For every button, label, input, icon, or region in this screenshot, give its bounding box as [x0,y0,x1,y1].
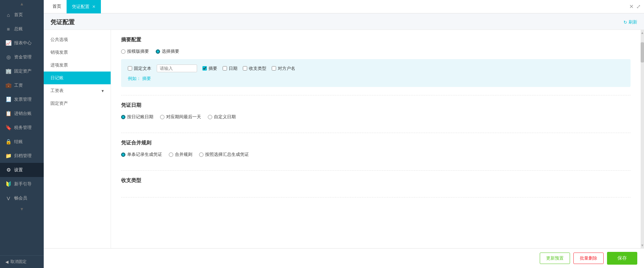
chevron-down-icon: ▾ [102,88,104,93]
sidebar-item-label: 工资 [14,82,23,88]
voucher-date-radio-group: 按日记账日期 对应期间最后一天 自定义日期 [121,114,631,120]
left-nav-sales-invoice[interactable]: 销项发票 [44,46,111,59]
sidebar-item-label: 固定资产 [14,68,32,74]
sidebar-scroll-down[interactable]: ▼ [0,205,44,213]
left-nav-purchase-invoice[interactable]: 进项发票 [44,59,111,72]
tab-close-icon[interactable]: ✕ [92,4,96,9]
checkbox-date[interactable]: 日期 [223,65,237,72]
batch-delete-button[interactable]: 批量删除 [573,253,604,264]
salary-icon: 💼 [5,82,11,88]
voucher-date-title: 凭证日期 [121,102,631,108]
left-nav-payroll[interactable]: 工资表 ▾ [44,84,111,97]
refresh-label: 刷新 [629,19,637,25]
sidebar-item-label: 归档管理 [14,153,32,159]
radio-single-record[interactable]: 单条记录生成凭证 [121,151,162,158]
content-layout: 公共选项 销项发票 进项发票 日记账 工资表 ▾ 固定资产 [44,30,644,248]
radio-custom-date[interactable]: 自定义日期 [208,114,236,120]
sidebar-item-ledger[interactable]: ≡ 总账 [0,22,44,36]
sidebar-item-invoice-mgmt[interactable]: 🧾 发票管理 [0,92,44,106]
sidebar-item-label: 税务管理 [14,125,32,131]
cancel-fixed-button[interactable]: ◀ 取消固定 [0,255,44,268]
radio-template-summary[interactable]: 按模版摘要 [121,48,149,54]
sidebar-scroll-up[interactable]: ▲ [0,0,44,8]
sidebar-item-assets[interactable]: 🏢 固定资产 [0,64,44,78]
summary-radio-group: 按模版摘要 选择摘要 [121,48,631,54]
radio-by-journal-date[interactable]: 按日记账日期 [121,114,153,120]
archive-icon: 📁 [5,153,11,159]
bottom-bar: 更新预置 批量删除 保存 [44,248,644,268]
sidebar-item-label: 结账 [14,139,23,145]
sidebar-item-label: 发票管理 [14,96,32,102]
sidebar-item-member[interactable]: V 畅会员 [0,191,44,205]
purchase-sales-icon: 📋 [5,110,11,117]
reports-icon: 📈 [5,40,11,46]
home-icon: ⌂ [5,12,11,18]
sidebar-item-reports[interactable]: 📈 报表中心 [0,36,44,50]
fixed-text-input[interactable] [157,64,197,72]
funds-icon: ◎ [5,54,11,60]
summary-config-title: 摘要配置 [121,37,631,43]
summary-config-box: 固定文本 摘要 日期 [121,59,631,87]
right-content: 摘要配置 按模版摘要 选择摘要 [111,30,641,248]
left-nav: 公共选项 销项发票 进项发票 日记账 工资表 ▾ 固定资产 [44,30,111,248]
sidebar-item-tax[interactable]: 🔖 税务管理 [0,121,44,135]
checkbox-row: 固定文本 摘要 日期 [128,64,624,72]
voucher-merge-radio-group: 单条记录生成凭证 合并规则 按照选择汇总生成凭证 [121,151,631,158]
main-area: 首页 凭证配置 ✕ ✕ ⤢ 凭证配置 ↻ 刷新 公共选项 [44,0,644,268]
tab-home[interactable]: 首页 [47,0,67,13]
scroll-thumb[interactable] [641,42,644,62]
example-text: 例如： 摘要 [128,76,624,82]
sidebar-item-label: 畅会员 [14,195,27,201]
sidebar-item-label: 进销台账 [14,110,32,117]
income-expense-title: 收支类型 [121,177,631,184]
closing-icon: 🔒 [5,139,11,145]
cancel-fixed-label: 取消固定 [10,259,27,265]
guide-icon: 🔰 [5,181,11,187]
sidebar-item-funds[interactable]: ◎ 资金管理 [0,50,44,64]
tab-bar-actions: ✕ ⤢ [629,3,641,10]
scrollbar-rail[interactable]: ▲ ▼ [641,30,644,248]
page-title: 凭证配置 [50,18,75,26]
sidebar-item-label: 报表中心 [14,40,32,46]
income-expense-section: 收支类型 [121,177,631,197]
sidebar-item-purchase-sales[interactable]: 📋 进销台账 [0,106,44,121]
sidebar: ▲ ⌂ 首页 ≡ 总账 📈 报表中心 ◎ 资金管理 🏢 固定资产 💼 工资 🧾 … [0,0,44,268]
tab-voucher-config[interactable]: 凭证配置 ✕ [67,0,101,13]
sidebar-item-home[interactable]: ⌂ 首页 [0,8,44,22]
save-button[interactable]: 保存 [607,252,637,265]
sidebar-item-label: 首页 [14,12,23,18]
voucher-merge-section: 凭证合并规则 单条记录生成凭证 合并规则 按照选择汇总生成凭证 [121,140,631,171]
sidebar-item-label: 资金管理 [14,54,32,60]
left-nav-public[interactable]: 公共选项 [44,33,111,46]
radio-last-day-of-period[interactable]: 对应期间最后一天 [160,114,201,120]
radio-select-summary[interactable]: 选择摘要 [156,48,179,54]
tax-icon: 🔖 [5,125,11,131]
checkbox-summary[interactable]: 摘要 [202,65,217,72]
scroll-up-arrow[interactable]: ▲ [641,30,644,36]
sidebar-item-closing[interactable]: 🔒 结账 [0,135,44,149]
radio-merge-rules[interactable]: 合并规则 [169,151,192,158]
sidebar-item-settings[interactable]: ⚙ 设置 [0,163,44,177]
tab-close-window-icon[interactable]: ✕ [629,3,634,10]
settings-icon: ⚙ [5,167,11,173]
sidebar-item-guide[interactable]: 🔰 新手引导 [0,177,44,191]
left-nav-fixed-assets[interactable]: 固定资产 [44,97,111,110]
refresh-button[interactable]: ↻ 刷新 [623,19,637,25]
tab-home-label: 首页 [52,3,61,9]
sidebar-item-salary[interactable]: 💼 工资 [0,78,44,92]
summary-config-section: 摘要配置 按模版摘要 选择摘要 [121,37,631,95]
sidebar-item-archive[interactable]: 📁 归档管理 [0,149,44,163]
update-preview-button[interactable]: 更新预置 [540,253,570,264]
checkbox-fixed-text[interactable]: 固定文本 [128,65,151,72]
left-nav-journal[interactable]: 日记账 [44,72,111,84]
page-content: 凭证配置 ↻ 刷新 公共选项 销项发票 进项发票 日记账 [44,13,644,268]
checkbox-income-expense-type[interactable]: 收支类型 [243,65,266,72]
page-header: 凭证配置 ↻ 刷新 [44,13,644,30]
scroll-down-arrow[interactable]: ▼ [641,242,644,248]
tab-expand-icon[interactable]: ⤢ [636,3,641,10]
sidebar-item-label: 设置 [14,167,23,173]
ledger-icon: ≡ [5,26,11,32]
sidebar-item-label: 新手引导 [14,181,32,187]
radio-by-selection[interactable]: 按照选择汇总生成凭证 [199,151,249,158]
checkbox-counterparty[interactable]: 对方户名 [272,65,295,72]
